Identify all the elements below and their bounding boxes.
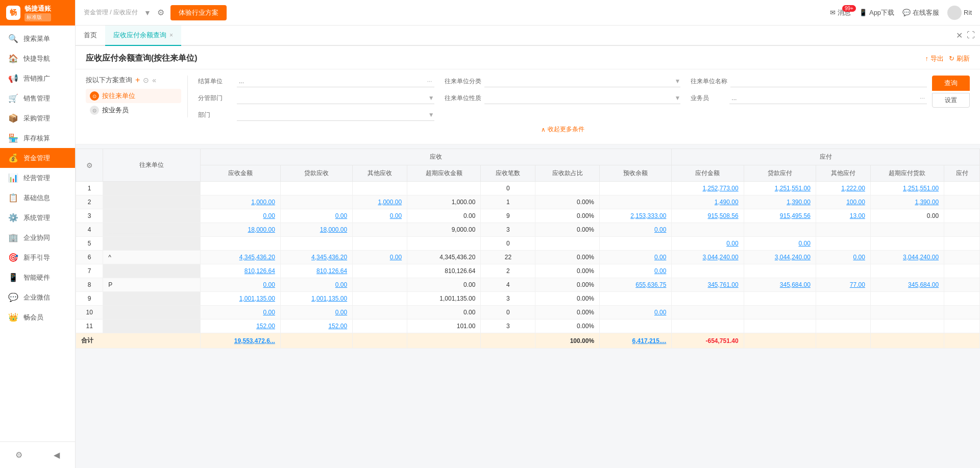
filter-collapse-btn[interactable]: ∧ 收起更多条件 [198,121,927,138]
row-other-recv[interactable]: 1,000.00 [353,195,407,209]
row-prepay [600,237,672,251]
sidebar-item-inventory[interactable]: 🏪 库存核算 [0,128,75,148]
row-loan-recv[interactable]: 4,345,436.20 [280,251,352,264]
row-overdue-pay[interactable]: 345,684.00 [870,278,944,292]
footer-prepay[interactable]: 6,417,215.... [600,333,672,349]
refresh-button[interactable]: ↻ 刷新 [949,54,970,63]
row-yp-amt[interactable]: 1,252,773.00 [672,182,744,195]
settings-icon[interactable]: ⚙ [157,8,164,17]
filter-wanglai-nature-select[interactable] [484,92,675,104]
row-yp-amt[interactable]: 915,508.56 [672,209,744,223]
row-overdue-pay[interactable]: 3,044,240.00 [870,251,944,264]
sidebar-item-search[interactable]: 🔍 搜索菜单 [0,29,75,48]
th-settings[interactable]: ⚙ [76,149,103,182]
tab-close-window-icon[interactable]: ✕ [956,31,963,40]
row-overdue-pay[interactable]: 1,251,551.00 [870,182,944,195]
footer-yr-total[interactable]: 19,553,472,6... [201,333,281,349]
breadcrumb-dropdown-icon[interactable]: ▼ [144,9,151,17]
filter-jiesuan-input[interactable] [237,76,425,87]
filter-business-staff-input[interactable] [729,92,918,104]
filter-wanglai-name-input[interactable] [730,76,927,87]
row-overdue-pay [870,264,944,278]
row-yp-amt[interactable]: 0.00 [672,237,744,251]
row-loan-pay[interactable]: 3,044,240.00 [744,251,816,264]
sidebar-collapse-btn[interactable]: ◀ [51,447,63,463]
row-loan-pay[interactable]: 1,251,551.00 [744,182,816,195]
filter-wanglai-fenl-select[interactable] [484,76,675,87]
sidebar-item-corp[interactable]: 🏢 企业协同 [0,228,75,248]
row-loan-recv[interactable]: 18,000.00 [280,223,352,237]
row-yr-amt[interactable]: 0.00 [201,278,281,292]
filter-dept-select[interactable] [237,109,428,120]
row-other-recv[interactable]: 0.00 [353,209,407,223]
row-prepay[interactable]: 0.00 [600,264,672,278]
sidebar-item-system[interactable]: ⚙️ 系统管理 [0,208,75,228]
row-yr-amt[interactable]: 18,000.00 [201,223,281,237]
sidebar-item-finance[interactable]: 💰 资金管理 [0,148,75,168]
row-other-pay[interactable]: 0.00 [816,251,870,264]
sidebar-item-hardware[interactable]: 📱 智能硬件 [0,267,75,287]
sidebar-item-nav[interactable]: 🏠 快捷导航 [0,48,75,68]
row-prepay[interactable]: 0.00 [600,223,672,237]
row-yr-amt[interactable]: 1,000.00 [201,195,281,209]
row-yp-amt[interactable]: 1,490.00 [672,195,744,209]
row-yr-amt[interactable]: 0.00 [201,306,281,319]
row-loan-recv[interactable]: 0.00 [280,306,352,319]
row-prepay[interactable]: 655,636.75 [600,278,672,292]
row-other-pay[interactable]: 13.00 [816,209,870,223]
row-yr-amt[interactable]: 4,345,436.20 [201,251,281,264]
scheme-settings-icon[interactable]: ⊙ [143,76,149,84]
row-yr-amt[interactable]: 810,126.64 [201,264,281,278]
row-other-recv[interactable]: 0.00 [353,251,407,264]
tab-close-icon[interactable]: × [169,32,173,39]
row-loan-recv[interactable]: 0.00 [280,209,352,223]
row-loan-pay[interactable]: 915,495.56 [744,209,816,223]
row-loan-recv[interactable]: 0.00 [280,278,352,292]
tab-home[interactable]: 首页 [76,26,105,46]
sidebar-item-guide[interactable]: 🎯 新手引导 [0,248,75,267]
row-prepay[interactable]: 2,153,333.00 [600,209,672,223]
row-other-recv [353,223,407,237]
sidebar-item-operations[interactable]: 📊 经营管理 [0,168,75,188]
row-prepay[interactable]: 0.00 [600,251,672,264]
row-overdue-pay[interactable]: 1,390.00 [870,195,944,209]
row-loan-recv[interactable]: 152.00 [280,319,352,333]
row-prepay[interactable]: 0.00 [600,306,672,319]
filter-fenguan-select[interactable] [237,92,428,104]
row-other-pay[interactable]: 77.00 [816,278,870,292]
trial-button[interactable]: 体验行业方案 [170,5,227,20]
sidebar-item-member[interactable]: 👑 畅会员 [0,307,75,327]
add-scheme-button[interactable]: + [135,76,140,85]
query-button[interactable]: 查询 [932,76,970,91]
scheme-item-by-staff[interactable]: ⊙ 按业务员 [86,103,181,117]
sidebar-item-basic[interactable]: 📋 基础信息 [0,188,75,208]
scheme-item-by-unit[interactable]: ⊙ 按往来单位 [86,89,181,103]
row-yp-amt[interactable]: 3,044,240.00 [672,251,744,264]
row-other-pay[interactable]: 100.00 [816,195,870,209]
sidebar-item-purchase[interactable]: 📦 采购管理 [0,108,75,128]
row-loan-recv[interactable]: 810,126.64 [280,264,352,278]
user-profile[interactable]: Rit [947,6,972,20]
row-yr-amt[interactable]: 152.00 [201,319,281,333]
sidebar-item-wechat[interactable]: 💬 企业微信 [0,287,75,307]
row-other-pay[interactable]: 1,222.00 [816,182,870,195]
row-loan-pay[interactable]: 0.00 [744,237,816,251]
row-loan-pay[interactable]: 345,684.00 [744,278,816,292]
setting-button[interactable]: 设置 [932,93,970,108]
sidebar-settings-btn[interactable]: ⚙ [12,447,26,463]
scheme-collapse-icon[interactable]: « [152,76,156,84]
row-loan-pay[interactable]: 1,390.00 [744,195,816,209]
row-yp-amt[interactable]: 345,761.00 [672,278,744,292]
app-download-button[interactable]: 📱 App下载 [859,8,894,17]
tab-receivable[interactable]: 应收应付余额查询 × [105,26,181,46]
sidebar-item-marketing[interactable]: 📢 营销推广 [0,68,75,88]
row-yr-amt[interactable]: 1,001,135.00 [201,292,281,306]
tab-expand-icon[interactable]: ⛶ [967,31,975,40]
row-loan-recv[interactable]: 1,001,135.00 [280,292,352,306]
sidebar-item-sales[interactable]: 🛒 销售管理 [0,88,75,108]
row-yr-amt[interactable]: 0.00 [201,209,281,223]
message-button[interactable]: ✉ 消息 99+ [830,8,851,17]
export-button[interactable]: ↑ 导出 [925,54,944,63]
row-partner: ██████ [103,319,201,333]
service-button[interactable]: 💬 在线客服 [902,8,939,17]
